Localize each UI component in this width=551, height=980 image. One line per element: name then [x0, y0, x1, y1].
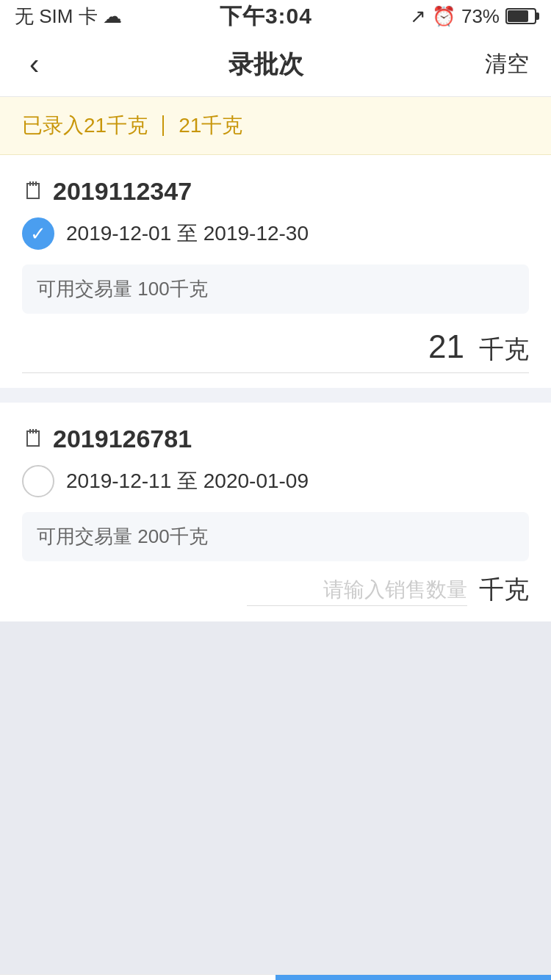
batch-1-radio[interactable]: ✓	[22, 217, 54, 250]
batch-2-radio[interactable]	[22, 465, 54, 497]
batch-2-date-row: 2019-12-11 至 2020-01-09	[22, 465, 529, 497]
auto-distribute-button[interactable]: 自动分配	[0, 975, 276, 980]
bottom-bar: 自动分配 确定	[0, 974, 551, 980]
recorded-value: 21千克	[179, 112, 242, 140]
status-right: ↗ ⏰ 73%	[410, 5, 536, 28]
clear-button[interactable]: 清空	[485, 49, 529, 79]
batch-item-2: 🗒 2019126781 2019-12-11 至 2020-01-09 可用交…	[0, 403, 551, 561]
alarm-icon: ⏰	[432, 5, 455, 28]
batch-2-quantity-input[interactable]	[247, 574, 467, 606]
batch-1-quantity-number: 21	[428, 328, 464, 365]
batch-1-quantity-display: 21 千克	[0, 314, 551, 388]
batch-1-unit: 千克	[479, 333, 529, 367]
batch-1-icon: 🗒	[22, 178, 46, 205]
info-banner: 已录入21千克 21千克	[0, 97, 551, 155]
gray-area	[0, 621, 551, 974]
check-icon: ✓	[30, 224, 46, 243]
info-divider	[162, 115, 164, 136]
batch-2-quantity-section: 千克	[0, 561, 551, 621]
back-button[interactable]: ‹	[22, 40, 46, 88]
battery-percent: 73%	[461, 5, 500, 28]
confirm-button[interactable]: 确定	[276, 975, 551, 980]
batch-1-date-row: ✓ 2019-12-01 至 2019-12-30	[22, 217, 529, 250]
batch-2-available: 可用交易量 200千克	[22, 512, 529, 561]
status-time: 下午3:04	[220, 1, 312, 32]
battery-icon	[505, 8, 536, 24]
status-left: 无 SIM 卡 ☁	[15, 4, 122, 29]
no-sim-label: 无 SIM 卡 ☁	[15, 4, 122, 29]
page-title: 录批次	[228, 48, 303, 82]
location-icon: ↗	[410, 5, 426, 28]
batch-1-header: 🗒 2019112347	[22, 177, 529, 206]
batch-item-1: 🗒 2019112347 ✓ 2019-12-01 至 2019-12-30 可…	[0, 155, 551, 314]
batch-2-header: 🗒 2019126781	[22, 425, 529, 453]
batch-2-date: 2019-12-11 至 2020-01-09	[66, 467, 309, 495]
main-content: 已录入21千克 21千克 🗒 2019112347 ✓ 2019-12-01 至…	[0, 97, 551, 974]
separator-1	[0, 388, 551, 403]
batch-1-id: 2019112347	[53, 177, 192, 206]
recorded-label: 已录入21千克	[22, 112, 148, 140]
batch-1-date: 2019-12-01 至 2019-12-30	[66, 220, 309, 248]
batch-1-quantity-section: 21 千克	[0, 314, 551, 388]
batch-2-input-row: 千克	[0, 561, 551, 621]
batch-1-available: 可用交易量 100千克	[22, 264, 529, 314]
batch-2-icon: 🗒	[22, 425, 46, 453]
batch-2-unit: 千克	[479, 573, 529, 607]
batch-2-id: 2019126781	[53, 425, 192, 453]
nav-bar: ‹ 录批次 清空	[0, 32, 551, 97]
status-bar: 无 SIM 卡 ☁ 下午3:04 ↗ ⏰ 73%	[0, 0, 551, 32]
